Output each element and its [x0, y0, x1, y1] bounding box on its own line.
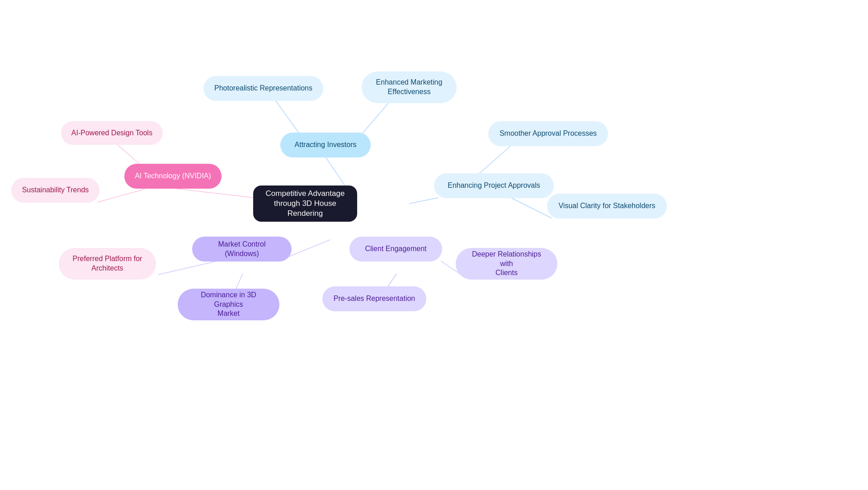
photorealistic-label: Photorealistic Representations: [214, 84, 312, 93]
enhanced-marketing-node[interactable]: Enhanced Marketing Effectiveness: [362, 71, 457, 103]
svg-line-8: [511, 198, 552, 218]
svg-line-5: [97, 189, 145, 202]
enhancing-approvals-node[interactable]: Enhancing Project Approvals: [434, 173, 554, 198]
ai-technology-label: AI Technology (NVIDIA): [135, 171, 211, 181]
preferred-platform-label: Preferred Platform for Architects: [73, 254, 142, 273]
visual-clarity-node[interactable]: Visual Clarity for Stakeholders: [547, 194, 667, 219]
enhancing-approvals-label: Enhancing Project Approvals: [448, 181, 540, 190]
client-engagement-node[interactable]: Client Engagement: [349, 237, 442, 262]
svg-line-10: [158, 261, 217, 275]
center-node[interactable]: Competitive Advantage through 3D House R…: [253, 186, 357, 222]
smoother-approval-label: Smoother Approval Processes: [500, 129, 597, 138]
market-control-node[interactable]: Market Control (Windows): [192, 237, 292, 262]
client-engagement-label: Client Engagement: [365, 244, 426, 254]
svg-line-6: [409, 198, 439, 204]
attracting-investors-label: Attracting Investors: [295, 140, 357, 150]
preferred-platform-node[interactable]: Preferred Platform for Architects: [59, 248, 156, 280]
market-control-label: Market Control (Windows): [202, 240, 282, 259]
center-label: Competitive Advantage through 3D House R…: [263, 189, 347, 219]
visual-clarity-label: Visual Clarity for Stakeholders: [558, 201, 655, 211]
deeper-relationships-label: Deeper Relationships with Clients: [466, 250, 547, 278]
attracting-investors-node[interactable]: Attracting Investors: [280, 133, 371, 157]
pre-sales-node[interactable]: Pre-sales Representation: [322, 286, 426, 311]
enhanced-marketing-label: Enhanced Marketing Effectiveness: [376, 78, 443, 97]
pre-sales-label: Pre-sales Representation: [334, 294, 415, 304]
smoother-approval-node[interactable]: Smoother Approval Processes: [488, 121, 608, 146]
ai-powered-node[interactable]: AI-Powered Design Tools: [61, 121, 163, 145]
sustainability-trends-node[interactable]: Sustainability Trends: [11, 178, 99, 203]
ai-powered-label: AI-Powered Design Tools: [71, 128, 152, 138]
sustainability-trends-label: Sustainability Trends: [22, 186, 89, 195]
dominance-3d-label: Dominance in 3D Graphics Market: [188, 290, 269, 319]
deeper-relationships-node[interactable]: Deeper Relationships with Clients: [456, 248, 557, 280]
photorealistic-node[interactable]: Photorealistic Representations: [203, 76, 323, 101]
dominance-3d-node[interactable]: Dominance in 3D Graphics Market: [178, 289, 279, 320]
ai-technology-node[interactable]: AI Technology (NVIDIA): [124, 164, 222, 189]
